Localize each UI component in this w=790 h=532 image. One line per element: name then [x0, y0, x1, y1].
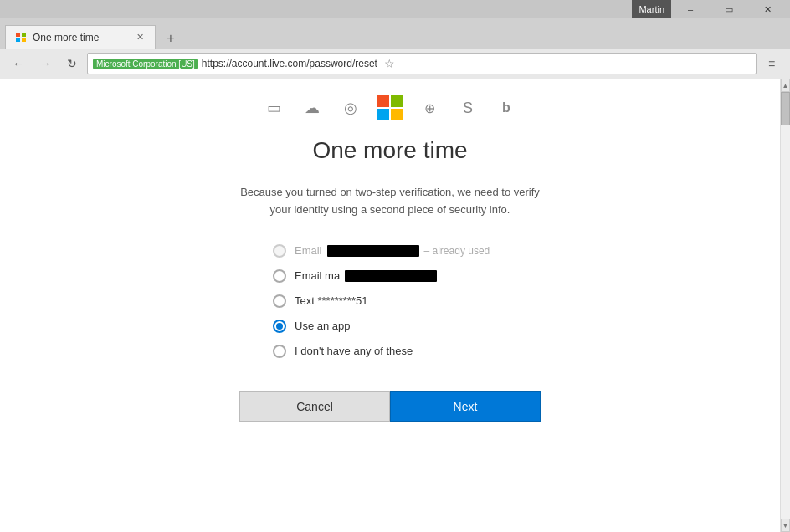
- xbox-icon: ⊕: [418, 96, 441, 120]
- active-tab[interactable]: One more time ✕: [5, 25, 156, 49]
- refresh-icon: ↻: [67, 57, 77, 70]
- options-list: Email – already used Email ma Text *****…: [223, 244, 557, 358]
- option-email-masked[interactable]: Email ma: [273, 269, 557, 283]
- already-used-text: – already used: [424, 245, 490, 257]
- minimize-button[interactable]: –: [671, 0, 710, 18]
- restore-button[interactable]: ▭: [710, 0, 748, 18]
- nav-bar: ← → ↻ Microsoft Corporation [US] https:/…: [0, 49, 790, 79]
- forward-icon: →: [39, 57, 51, 70]
- option-text[interactable]: Text *********51: [273, 294, 557, 308]
- page-wrapper: ▭ ☁ ◎ ⊕ S b One more time Because you tu…: [0, 79, 790, 532]
- text-label: Text *********51: [295, 294, 367, 307]
- lync-icon: ◎: [339, 96, 362, 120]
- email-redacted: [327, 245, 419, 257]
- email-option-label: Email – already used: [295, 244, 490, 257]
- email-masked-option-label: Email ma: [295, 269, 437, 282]
- bing-icon: b: [495, 96, 518, 120]
- use-app-label: Use an app: [295, 320, 351, 332]
- back-icon: ←: [13, 57, 24, 70]
- address-bar[interactable]: Microsoft Corporation [US] https://accou…: [87, 53, 757, 74]
- scroll-track[interactable]: [781, 92, 790, 519]
- page-title: One more time: [0, 137, 780, 164]
- tab-favicon: [14, 31, 28, 44]
- radio-use-app[interactable]: [273, 320, 286, 333]
- option-use-app[interactable]: Use an app: [273, 320, 557, 333]
- browser-menu-button[interactable]: ≡: [760, 52, 783, 75]
- radio-no-option[interactable]: [273, 345, 286, 358]
- user-name: Martin: [639, 4, 664, 14]
- back-button[interactable]: ←: [7, 52, 30, 75]
- microsoft-logo: [377, 95, 403, 120]
- word-icon: ▭: [262, 96, 285, 120]
- url-text: https://account.live.com/password/reset: [202, 58, 377, 69]
- close-button[interactable]: ✕: [748, 0, 787, 18]
- user-badge: Martin: [632, 0, 671, 18]
- radio-email-masked[interactable]: [273, 269, 286, 283]
- favorite-button[interactable]: ☆: [381, 54, 399, 73]
- buttons-row: Cancel Next: [0, 391, 780, 422]
- tab-bar: One more time ✕ +: [0, 18, 790, 49]
- scroll-up-arrow[interactable]: ▲: [781, 79, 790, 92]
- ms-icons-row: ▭ ☁ ◎ ⊕ S b: [0, 95, 780, 120]
- forward-button[interactable]: →: [33, 52, 57, 75]
- ssl-badge: Microsoft Corporation [US]: [93, 59, 198, 69]
- page-description: Because you turned on two-step verificat…: [231, 184, 549, 219]
- next-button[interactable]: Next: [390, 391, 541, 422]
- title-bar: Martin – ▭ ✕: [0, 0, 790, 18]
- radio-email[interactable]: [273, 244, 286, 258]
- ms-favicon-icon: [16, 33, 26, 43]
- tab-title: One more time: [33, 32, 99, 43]
- cancel-button[interactable]: Cancel: [239, 391, 390, 422]
- scrollbar[interactable]: ▲ ▼: [780, 79, 790, 532]
- skype-icon: S: [456, 96, 480, 120]
- email-masked-redacted: [345, 270, 437, 282]
- tab-close-button[interactable]: ✕: [133, 31, 146, 44]
- refresh-button[interactable]: ↻: [60, 52, 84, 75]
- onedrive-icon: ☁: [300, 96, 324, 120]
- scroll-down-arrow[interactable]: ▼: [781, 519, 790, 532]
- option-email[interactable]: Email – already used: [273, 244, 557, 258]
- menu-icon: ≡: [768, 57, 775, 70]
- option-no-option[interactable]: I don't have any of these: [273, 345, 557, 358]
- email-label-text: Email: [295, 244, 322, 257]
- no-option-label: I don't have any of these: [295, 345, 413, 357]
- scroll-thumb[interactable]: [781, 92, 790, 125]
- page-content: ▭ ☁ ◎ ⊕ S b One more time Because you tu…: [0, 79, 780, 532]
- email-masked-label-text: Email ma: [295, 269, 340, 282]
- radio-text[interactable]: [273, 294, 286, 308]
- new-tab-button[interactable]: +: [159, 28, 182, 49]
